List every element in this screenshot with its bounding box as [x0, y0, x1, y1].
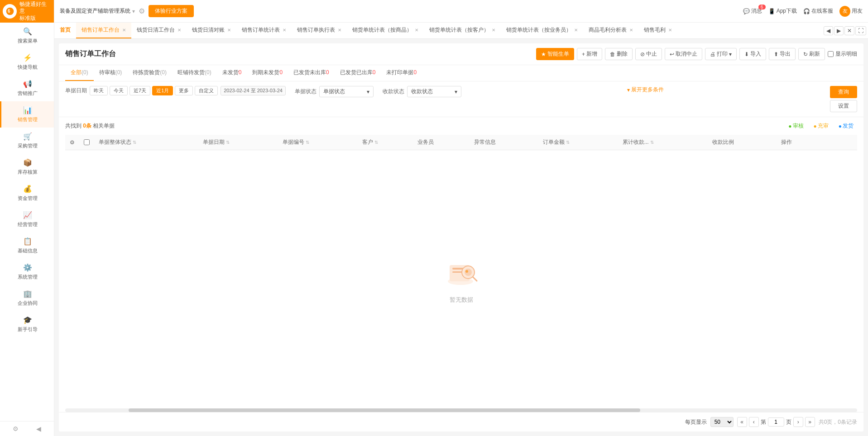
tab-close-sales-order-stat[interactable]: ✕ [283, 28, 286, 33]
tab-sales-workbench[interactable]: 销售订单工作台 ✕ [76, 23, 131, 38]
tab-close-sales-order-exec[interactable]: ✕ [338, 28, 341, 33]
date-btn-today[interactable]: 今天 [110, 86, 128, 95]
tab-close-all-button[interactable]: ✕ [844, 26, 854, 35]
sidebar-item-search[interactable]: 🔍 搜索菜单 [0, 23, 54, 49]
sidebar-item-marketing[interactable]: 📢 营销推广 [0, 75, 54, 101]
amount-sort-icon[interactable]: ⇅ [566, 140, 570, 145]
date-sort-icon[interactable]: ⇅ [226, 140, 230, 145]
message-item[interactable]: 💬 消息 6 [743, 7, 762, 15]
refresh-button[interactable]: ↻ 刷新 [798, 48, 825, 60]
sidebar-item-system[interactable]: ⚙️ 系统管理 [0, 259, 54, 285]
tab-product-profit[interactable]: 商品毛利分析表 ✕ [583, 23, 638, 38]
sub-tab-overdue-not-shipped[interactable]: 到期未发货0 [247, 65, 288, 81]
online-service-item[interactable]: 🎧 在线客服 [803, 7, 833, 15]
horizontal-scroll-thumb[interactable] [129, 408, 640, 412]
sub-tab-all[interactable]: 全部(0) [65, 65, 94, 81]
date-btn-custom[interactable]: 自定义 [195, 86, 218, 95]
filter-payment-select[interactable]: 收款状态 ▾ [407, 86, 461, 97]
select-all-checkbox[interactable] [84, 139, 90, 145]
status-sort-icon[interactable]: ⇅ [133, 140, 136, 145]
sub-tab-shipped-not-out[interactable]: 已发货未出库0 [288, 65, 335, 81]
next-page-button[interactable]: › [793, 417, 803, 427]
user-item[interactable]: 友 用友 [839, 6, 863, 17]
tab-close-sales-stat-product[interactable]: ✕ [415, 28, 418, 33]
sub-tab-pending-inspect[interactable]: 待拣货验货(0) [127, 65, 172, 81]
print-button[interactable]: 🖨 打印 ▾ [705, 48, 737, 60]
expand-filter-button[interactable]: ▾ 展开更多条件 [627, 86, 664, 94]
sidebar-item-finance[interactable]: 💰 资金管理 [0, 180, 54, 206]
sidebar-item-guide[interactable]: 🎓 新手引导 [0, 311, 54, 337]
col-date: 单据日期⇅ [198, 135, 278, 150]
tab-sales-profit-label: 销售毛利 [644, 26, 666, 34]
export-button[interactable]: ⬆ 导出 [769, 48, 796, 60]
sidebar-item-sales[interactable]: 📊 销售管理 [0, 101, 54, 128]
tab-cash-clear[interactable]: 钱货日清工作台 ✕ [131, 23, 187, 38]
tab-cash-reconcile[interactable]: 钱货日清对账 ✕ [187, 23, 236, 38]
sidebar-item-basic-info[interactable]: 📋 基础信息 [0, 232, 54, 259]
tab-close-cash-reconcile[interactable]: ✕ [227, 28, 231, 33]
collapse-icon[interactable]: ◀ [36, 425, 41, 432]
sidebar-item-purchase[interactable]: 🛒 采购管理 [0, 128, 54, 154]
plus-icon: + [582, 51, 585, 57]
tab-sales-stat-customer[interactable]: 销货单统计表（按客户） ✕ [424, 23, 501, 38]
collected-sort-icon[interactable]: ⇅ [650, 140, 654, 145]
topbar-settings-icon[interactable]: ⚙ [139, 7, 145, 15]
first-page-button[interactable]: « [737, 417, 747, 427]
tab-sales-stat-staff[interactable]: 销货单统计表（按业务员） ✕ [501, 23, 583, 38]
number-sort-icon[interactable]: ⇅ [306, 140, 309, 145]
ship-button[interactable]: ● 发货 [835, 121, 857, 131]
tab-fullscreen-button[interactable]: ⛶ [855, 26, 866, 35]
tab-sales-order-exec[interactable]: 销售订单执行表 ✕ [292, 23, 347, 38]
cancel-stop-button[interactable]: ↩ 取消中止 [665, 48, 702, 60]
tab-sales-stat-product[interactable]: 销货单统计表（按商品） ✕ [347, 23, 424, 38]
sub-tab-not-printed[interactable]: 未打印单据0 [381, 65, 422, 81]
smart-create-button[interactable]: ★ 智能生单 [536, 48, 574, 60]
add-button[interactable]: + 新增 [577, 48, 602, 60]
date-btn-yesterday[interactable]: 昨天 [90, 86, 108, 95]
prev-page-button[interactable]: ‹ [749, 417, 759, 427]
tab-close-product-profit[interactable]: ✕ [629, 28, 633, 33]
date-btn-more[interactable]: 更多 [175, 86, 193, 95]
stop-button[interactable]: ⊘ 中止 [635, 48, 662, 60]
tab-next-button[interactable]: ▶ [834, 26, 844, 35]
col-number: 单据编号⇅ [278, 135, 358, 150]
sub-tab-wangpu-pending[interactable]: 旺铺待发货(0) [172, 65, 217, 81]
sidebar-item-quick-nav[interactable]: ⚡ 快捷导航 [0, 49, 54, 75]
settings-col-icon[interactable]: ⚙ [70, 139, 75, 146]
sub-tab-pending-review[interactable]: 待审核(0) [94, 65, 128, 81]
sub-tab-not-shipped[interactable]: 未发货0 [217, 65, 247, 81]
delete-button[interactable]: 🗑 删除 [605, 48, 633, 60]
tab-close-sales-workbench[interactable]: ✕ [122, 28, 126, 33]
audit-button[interactable]: ● 审核 [785, 121, 807, 131]
sidebar-item-inventory[interactable]: 📦 库存核算 [0, 154, 54, 180]
tab-prev-button[interactable]: ◀ [824, 26, 833, 35]
star-icon: ★ [541, 51, 546, 57]
tab-sales-profit[interactable]: 销售毛利 ✕ [638, 23, 677, 38]
sidebar-item-enterprise[interactable]: 🏢 企业协同 [0, 285, 54, 311]
page-input[interactable] [768, 417, 784, 427]
settings-bottom-icon[interactable]: ⚙ [13, 425, 19, 432]
tab-close-sales-stat-customer[interactable]: ✕ [492, 28, 495, 33]
import-button[interactable]: ⬇ 导入 [739, 48, 766, 60]
show-detail-checkbox[interactable] [828, 51, 834, 57]
per-page-select[interactable]: 50 10 20 100 [710, 417, 734, 427]
horizontal-scrollbar[interactable] [65, 408, 857, 412]
tab-close-cash-clear[interactable]: ✕ [177, 28, 181, 33]
filter-status-select[interactable]: 单据状态 ▾ [319, 86, 374, 97]
date-btn-7days[interactable]: 近7天 [129, 86, 150, 95]
customer-sort-icon[interactable]: ⇅ [374, 140, 378, 145]
date-btn-1month[interactable]: 近1月 [152, 86, 173, 95]
app-download-item[interactable]: 📱 App下载 [768, 7, 797, 15]
tab-close-sales-profit[interactable]: ✕ [668, 28, 672, 33]
set-button[interactable]: 设置 [830, 100, 857, 112]
tab-home[interactable]: 首页 [54, 23, 76, 38]
revoke-button[interactable]: ● 充审 [810, 121, 832, 131]
sub-tab-shipped-out[interactable]: 已发货已出库0 [335, 65, 381, 81]
headset-icon: 🎧 [803, 8, 810, 14]
last-page-button[interactable]: » [805, 417, 815, 427]
trial-button[interactable]: 体验行业方案 [149, 5, 194, 17]
sidebar-item-operation[interactable]: 📈 经营管理 [0, 206, 54, 232]
tab-sales-order-stat[interactable]: 销售订单统计表 ✕ [236, 23, 292, 38]
tab-close-sales-stat-staff[interactable]: ✕ [574, 28, 578, 33]
query-button[interactable]: 查询 [830, 86, 857, 98]
